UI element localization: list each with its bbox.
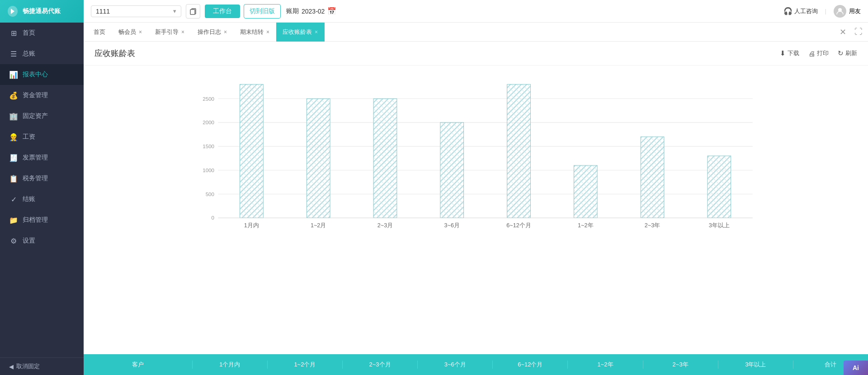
copy-icon [189, 8, 197, 15]
sidebar-icon-settings: ⚙ [9, 236, 18, 245]
pin-label: 取消固定 [16, 362, 40, 370]
sidebar-label-tax: 税务管理 [23, 174, 48, 183]
svg-rect-26 [574, 165, 597, 218]
footer-col-6: 1~2年 [568, 361, 643, 369]
sidebar: ⊞ 首页 ☰ 总账 📊 报表中心 💰 资金管理 🏢 固定资产 👷 工资 🧾 发票… [0, 23, 84, 375]
company-selector[interactable]: 1111 ▾ [91, 5, 181, 17]
tab-label-home: 首页 [94, 28, 105, 36]
print-icon: 🖨 [808, 50, 815, 57]
footer-col-7: 2~3年 [643, 361, 718, 369]
sidebar-icon-salary: 👷 [9, 132, 18, 141]
download-button[interactable]: ⬇ 下载 [780, 49, 799, 57]
tab-close-member[interactable]: × [139, 29, 142, 35]
footer-col-5: 6~12个月 [493, 361, 568, 369]
header-right: 🎧 人工咨询 | 用友 [783, 5, 861, 18]
pin-icon: ◀ [9, 363, 14, 370]
user-area[interactable]: 用友 [834, 5, 861, 18]
sidebar-item-invoice[interactable]: 🧾 发票管理 [0, 147, 84, 168]
tab-label-member: 畅会员 [118, 28, 136, 36]
print-button[interactable]: 🖨 打印 [808, 49, 829, 57]
footer-col-8: 3年以上 [718, 361, 793, 369]
svg-text:1000: 1000 [203, 167, 214, 173]
sidebar-item-checkout[interactable]: ✓ 结账 [0, 189, 84, 210]
tab-close-log[interactable]: × [224, 29, 227, 35]
page-title: 应收账龄表 [94, 48, 135, 59]
footer-col-4: 3~6个月 [418, 361, 493, 369]
tab-label-log: 操作日志 [198, 28, 221, 36]
sidebar-item-settings[interactable]: ⚙ 设置 [0, 230, 84, 251]
tab-period-end[interactable]: 期末结转× [234, 23, 276, 42]
tabs-bar: 首页畅会员×新手引导×操作日志×期末结转×应收账龄表× ✕ ⛶ [84, 23, 868, 42]
svg-text:0: 0 [212, 215, 214, 220]
svg-text:1月内: 1月内 [244, 222, 259, 229]
sidebar-icon-reports: 📊 [9, 70, 18, 79]
chart-container: 050010001500200025001月内1~2月2~3月3~6月6~12个… [84, 66, 868, 354]
tab-close-guide[interactable]: × [181, 29, 184, 35]
svg-rect-28 [641, 137, 664, 218]
print-label: 打印 [817, 49, 829, 57]
tab-guide[interactable]: 新手引导× [149, 23, 191, 42]
page-content: 应收账龄表 ⬇ 下载 🖨 打印 ↻ 刷新 [84, 42, 868, 375]
sidebar-icon-home: ⊞ [9, 28, 18, 38]
maximize-tab-button[interactable]: ⛶ [853, 27, 864, 37]
table-footer: 客户1个月内1~2个月2~3个月3~6个月6~12个月1~2年2~3年3年以上合… [84, 354, 868, 375]
sidebar-icon-assets: 🏢 [9, 112, 18, 121]
svg-text:3~6月: 3~6月 [444, 222, 459, 229]
logo-icon [6, 5, 19, 18]
tab-member[interactable]: 畅会员× [112, 23, 149, 42]
tab-home[interactable]: 首页 [87, 23, 112, 42]
svg-text:6~12个月: 6~12个月 [506, 222, 531, 229]
logo-area: 畅捷通易代账 [0, 0, 84, 23]
switch-version-button[interactable]: 切到旧版 [244, 4, 281, 19]
sidebar-label-ledger: 总账 [23, 50, 35, 58]
consult-area[interactable]: 🎧 人工咨询 [783, 7, 818, 15]
footer-col-2: 1~2个月 [268, 361, 343, 369]
sidebar-item-funds[interactable]: 💰 资金管理 [0, 85, 84, 106]
tab-close-period-end[interactable]: × [266, 29, 269, 35]
page-actions: ⬇ 下载 🖨 打印 ↻ 刷新 [780, 49, 857, 57]
sidebar-item-reports[interactable]: 📊 报表中心 [0, 64, 84, 85]
sidebar-item-tax[interactable]: 📋 税务管理 [0, 168, 84, 189]
content-area: 首页畅会员×新手引导×操作日志×期末结转×应收账龄表× ✕ ⛶ 应收账龄表 ⬇ … [84, 23, 868, 375]
close-tab-button[interactable]: ✕ [838, 27, 848, 37]
svg-rect-16 [240, 84, 264, 218]
svg-text:3年以上: 3年以上 [709, 222, 730, 229]
workbench-button[interactable]: 工作台 [205, 5, 240, 18]
period-value: 2023-02 [302, 8, 325, 15]
download-label: 下载 [788, 49, 799, 57]
company-name: 1111 [96, 8, 170, 15]
sidebar-item-home[interactable]: ⊞ 首页 [0, 23, 84, 43]
sidebar-icon-tax: 📋 [9, 174, 18, 183]
svg-rect-24 [507, 84, 531, 218]
sidebar-icon-funds: 💰 [9, 91, 18, 100]
tab-ar-aging[interactable]: 应收账龄表× [276, 23, 325, 42]
sidebar-label-funds: 资金管理 [23, 91, 48, 99]
logo-text: 畅捷通易代账 [23, 7, 61, 15]
user-label: 用友 [849, 7, 861, 15]
svg-text:1~2年: 1~2年 [578, 222, 593, 229]
ai-badge[interactable]: Ai [844, 361, 868, 375]
main-header: 畅捷通易代账 1111 ▾ 工作台 切到旧版 账期 2023-02 📅 🎧 人工… [0, 0, 868, 23]
calendar-icon[interactable]: 📅 [327, 7, 336, 15]
sidebar-pin-toggle[interactable]: ◀ 取消固定 [0, 357, 84, 375]
tab-close-ar-aging[interactable]: × [315, 29, 318, 35]
sidebar-item-salary[interactable]: 👷 工资 [0, 127, 84, 147]
sidebar-label-reports: 报表中心 [23, 70, 48, 79]
svg-text:1500: 1500 [203, 143, 214, 149]
sidebar-label-assets: 固定资产 [23, 112, 48, 120]
svg-text:500: 500 [206, 191, 214, 197]
sidebar-item-archive[interactable]: 📁 归档管理 [0, 210, 84, 230]
svg-text:2~3年: 2~3年 [645, 222, 660, 229]
refresh-button[interactable]: ↻ 刷新 [838, 49, 857, 57]
footer-col-1: 1个月内 [193, 361, 268, 369]
sidebar-item-ledger[interactable]: ☰ 总账 [0, 43, 84, 64]
tab-label-guide: 新手引导 [155, 28, 179, 36]
sidebar-icon-ledger: ☰ [9, 49, 18, 58]
sidebar-label-invoice: 发票管理 [23, 154, 48, 162]
sidebar-item-assets[interactable]: 🏢 固定资产 [0, 106, 84, 127]
tab-log[interactable]: 操作日志× [191, 23, 234, 42]
sidebar-icon-invoice: 🧾 [9, 153, 18, 162]
sidebar-label-home: 首页 [23, 29, 35, 37]
tab-label-period-end: 期末结转 [240, 28, 264, 36]
copy-icon-button[interactable] [186, 4, 200, 19]
